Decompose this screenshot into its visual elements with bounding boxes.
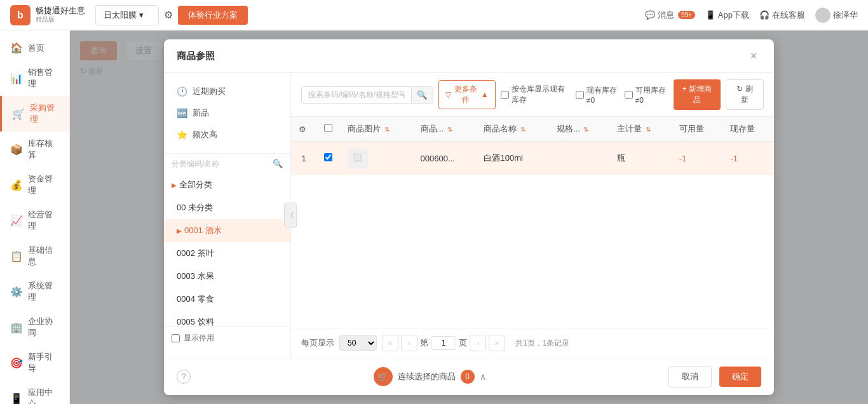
quick-item-new[interactable]: 🆕 新品 <box>172 102 283 124</box>
col-settings[interactable]: ⚙ <box>291 117 316 142</box>
col-code[interactable]: 商品... ⇅ <box>413 117 477 142</box>
per-page-select[interactable]: 50 10 20 100 <box>339 335 377 351</box>
toolbar: 🔍 ▽ 更多条件 ▲ 按仓库显示现有库存 <box>291 73 774 117</box>
sort-spec-icon: ⇅ <box>583 126 588 133</box>
app-download-btn[interactable]: 📱 App下载 <box>705 10 749 21</box>
sort-unit-icon: ⇅ <box>646 126 651 133</box>
page-nav: « ‹ 第 页 › » <box>382 335 505 351</box>
row-stock-0: -1 <box>722 142 774 175</box>
category-search-input[interactable] <box>172 159 270 168</box>
checkbox-warehouse[interactable] <box>501 91 509 99</box>
modal-overlay: 商品参照 × 🕐 近期购买 🆕 <box>70 30 868 404</box>
category-item-cat0001[interactable]: ▶ 0001 酒水 <box>164 219 290 242</box>
sidebar-item-apps[interactable]: 📱应用中心 <box>0 380 69 404</box>
headset-icon: 🎧 <box>759 10 770 20</box>
sidebar-item-finance[interactable]: 💰资金管理 <box>0 167 69 203</box>
cart-icon: 🛒 <box>374 367 393 386</box>
category-label-cat0003: 0003 水果 <box>177 271 214 282</box>
operations-icon: 📈 <box>10 215 23 227</box>
checkbox-available[interactable] <box>625 91 633 99</box>
col-image[interactable]: 商品图片 ⇅ <box>340 117 413 142</box>
confirm-btn[interactable]: 确定 <box>719 367 761 387</box>
show-disabled-label[interactable]: 显示停用 <box>184 333 214 344</box>
help-icon[interactable]: ? <box>177 370 191 384</box>
table-row[interactable]: 1 🖼 000600... 白酒100ml 瓶 -1 -1 <box>291 142 774 175</box>
sales-icon: 📊 <box>10 72 23 84</box>
first-page-btn[interactable]: « <box>382 335 398 351</box>
category-label-cat0002: 0002 茶叶 <box>177 248 214 259</box>
chevron-down-icon: ▾ <box>139 10 144 20</box>
sidebar-label-finance: 资金管理 <box>28 173 59 196</box>
sort-name-icon: ⇅ <box>520 126 526 133</box>
toolbar-right: + 新增商品 ↻ 刷新 <box>674 79 764 110</box>
col-spec[interactable]: 规格... ⇅ <box>549 117 609 142</box>
enterprise-icon: 🏢 <box>10 321 23 333</box>
page-input[interactable] <box>431 336 456 350</box>
category-item-cat0004[interactable]: 0004 零食 <box>164 288 290 311</box>
sidebar-item-home[interactable]: 🏠首页 <box>0 36 69 60</box>
online-service-btn[interactable]: 🎧 在线客服 <box>759 10 805 21</box>
category-item-cat00[interactable]: 00 未分类 <box>164 196 290 219</box>
show-disabled-checkbox[interactable] <box>172 334 180 342</box>
row-spec-0 <box>549 142 609 175</box>
checkbox-stock-group: 现有库存≠0 <box>576 85 620 105</box>
sidebar-item-inventory[interactable]: 📦库存核算 <box>0 131 69 167</box>
sidebar-item-purchase[interactable]: 🛒采购管理 <box>0 96 69 131</box>
sidebar-item-guide[interactable]: 🎯新手引导 <box>0 345 69 380</box>
logo-icon: b <box>10 5 31 25</box>
add-product-btn[interactable]: + 新增商品 <box>674 79 721 110</box>
col-name[interactable]: 商品名称 ⇅ <box>476 117 549 142</box>
footer-collapse-btn[interactable]: ∧ <box>480 372 486 382</box>
category-label-cat0005: 0005 饮料 <box>177 316 214 326</box>
main-layout: 🏠首页📊销售管理🛒采购管理📦库存核算💰资金管理📈经营管理📋基础信息⚙️系统管理🏢… <box>0 30 868 404</box>
user-btn[interactable]: 徐泽华 <box>815 8 858 23</box>
category-search-icon[interactable]: 🔍 <box>273 159 283 168</box>
modal-close-btn[interactable]: × <box>746 48 761 64</box>
sidebar-label-system: 系统管理 <box>28 280 59 303</box>
quick-item-recent[interactable]: 🕐 近期购买 <box>172 81 283 102</box>
gear-icon[interactable]: ⚙ <box>164 9 173 21</box>
sidebar-label-purchase: 采购管理 <box>30 102 59 125</box>
filter-more-btn[interactable]: ▽ 更多条件 ▲ <box>438 80 496 109</box>
category-item-cat0002[interactable]: 0002 茶叶 <box>164 242 290 265</box>
products-table: ⚙ 商品图片 ⇅ <box>291 117 774 175</box>
col-unit[interactable]: 主计量 ⇅ <box>609 117 672 142</box>
prev-page-btn[interactable]: ‹ <box>401 335 417 351</box>
nav-right: 💬 消息 99+ 📱 App下载 🎧 在线客服 徐泽华 <box>645 8 858 23</box>
refresh-btn[interactable]: ↻ 刷新 <box>726 79 764 110</box>
category-label-cat0004: 0004 零食 <box>177 293 214 305</box>
sidebar-item-enterprise[interactable]: 🏢企业协同 <box>0 309 69 345</box>
filter-icon: ▽ <box>445 90 451 99</box>
row-checkbox-0[interactable] <box>324 153 332 161</box>
top-nav: b 畅捷通好生意 精品版 日太阳膜 ▾ ⚙ 体验行业方案 💬 消息 99+ 📱 … <box>0 0 868 30</box>
sidebar-item-operations[interactable]: 📈经营管理 <box>0 203 69 238</box>
messages-btn[interactable]: 💬 消息 99+ <box>645 10 695 21</box>
sidebar-item-basic[interactable]: 📋基础信息 <box>0 238 69 274</box>
quick-access: 🕐 近期购买 🆕 新品 ⭐ 频次高 <box>164 81 290 145</box>
sidebar-label-basic: 基础信息 <box>28 245 59 267</box>
search-input[interactable] <box>302 87 411 102</box>
cancel-btn[interactable]: 取消 <box>668 366 712 387</box>
nav-dropdown[interactable]: 日太阳膜 ▾ <box>95 5 159 25</box>
checkbox-stock[interactable] <box>576 91 584 99</box>
inventory-icon: 📦 <box>10 144 23 156</box>
modal-title: 商品参照 <box>177 50 215 62</box>
category-item-all[interactable]: ▶ 全部分类 <box>164 173 290 196</box>
search-btn[interactable]: 🔍 <box>411 87 433 103</box>
category-item-cat0003[interactable]: 0003 水果 <box>164 265 290 288</box>
new-icon: 🆕 <box>177 108 187 118</box>
col-available: 可用量 <box>672 117 722 142</box>
category-item-cat0005[interactable]: 0005 饮料 <box>164 311 290 326</box>
trial-btn[interactable]: 体验行业方案 <box>178 6 248 25</box>
quick-item-frequent[interactable]: ⭐ 频次高 <box>172 124 283 145</box>
col-checkbox <box>316 117 340 142</box>
next-page-btn[interactable]: › <box>470 335 486 351</box>
table-container: ⚙ 商品图片 ⇅ <box>291 117 774 328</box>
last-page-btn[interactable]: » <box>489 335 505 351</box>
count-badge: 0 <box>461 370 475 384</box>
right-panel: 🔍 ▽ 更多条件 ▲ 按仓库显示现有库存 <box>291 73 774 358</box>
select-all-checkbox[interactable] <box>324 124 332 132</box>
sidebar-item-system[interactable]: ⚙️系统管理 <box>0 274 69 309</box>
sidebar-label-enterprise: 企业协同 <box>28 316 59 339</box>
sidebar-item-sales[interactable]: 📊销售管理 <box>0 60 69 96</box>
